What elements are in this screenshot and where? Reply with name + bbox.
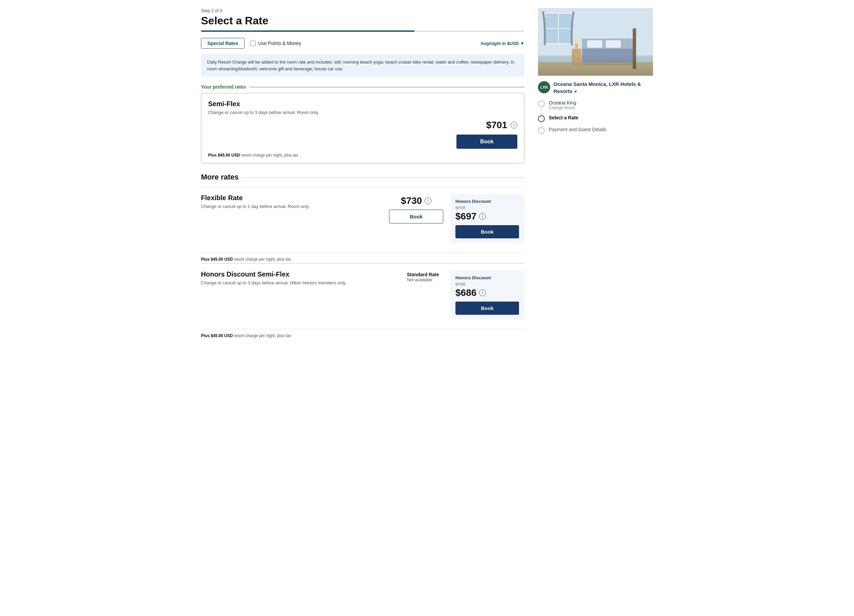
flexible-center-price-row: $730 i <box>401 195 432 206</box>
hotel-name[interactable]: Oceana Santa Monica, LXR Hotels & Resort… <box>554 81 653 95</box>
preferred-rate-price: $701 <box>486 120 507 131</box>
svg-rect-9 <box>605 40 621 48</box>
more-rates-header: More rates <box>201 173 525 181</box>
flexible-rate-right: Honors Discount $730 $697 i Book <box>450 194 525 243</box>
honors-semi-flex-price: $686 <box>455 287 476 298</box>
step-label: Step 2 of 3 <box>201 8 525 13</box>
honors-semi-flex-desc: Change or cancel up to 3 days before arr… <box>201 280 389 285</box>
svg-rect-13 <box>538 62 653 76</box>
toolbar: Special Rates Use Points & Money Avg/nig… <box>201 38 525 49</box>
main-content: Step 2 of 3 Select a Rate Special Rates … <box>201 8 525 339</box>
flexible-honors-info-icon[interactable]: i <box>479 213 486 220</box>
special-rates-button[interactable]: Special Rates <box>201 38 245 49</box>
preferred-rate-card: Semi-Flex Change or cancel up to 3 days … <box>201 93 525 163</box>
avg-night-display: Avg/night in $USD ▼ <box>481 41 525 46</box>
step-payment: Payment and Guest Details <box>538 127 653 134</box>
flexible-rate-row: Flexible Rate Change or cancel up to 1 d… <box>201 187 525 248</box>
flexible-rate-name: Flexible Rate <box>201 194 375 202</box>
flexible-info-icon[interactable]: i <box>425 198 432 204</box>
flexible-resort-charge: Plus $45.00 USD resort charge per night,… <box>201 252 525 263</box>
page-title: Select a Rate <box>201 15 525 27</box>
step-circle-3 <box>538 127 545 134</box>
progress-bar-fill <box>201 30 415 32</box>
preferred-rate-desc: Change or cancel up to 3 days before arr… <box>208 110 517 115</box>
use-points-checkbox[interactable] <box>250 41 255 46</box>
use-points-toggle[interactable]: Use Points & Money <box>250 41 301 46</box>
step-sublabel-1: Change Room <box>549 105 576 110</box>
currency-selector[interactable]: $USD ▼ <box>507 41 525 46</box>
step-circle-2 <box>538 115 545 122</box>
honors-semi-flex-honors-label: Honors Discount <box>455 275 519 280</box>
preferred-rate-name: Semi-Flex <box>208 100 517 108</box>
step-label-1[interactable]: Oceana King <box>549 100 576 105</box>
honors-semi-flex-left: Honors Discount Semi-Flex Change or canc… <box>201 271 396 319</box>
flexible-honors-book-button[interactable]: Book <box>455 225 519 238</box>
steps-list: Oceana King Change Room Select a Rate Pa… <box>538 100 653 134</box>
flexible-discount-price: $697 <box>455 211 476 222</box>
honors-semi-flex-row-wrapper: Honors Discount Semi-Flex Change or canc… <box>201 263 525 339</box>
not-available-label: Not available <box>407 277 439 282</box>
step-label-3: Payment and Guest Details <box>549 127 606 132</box>
honors-semi-flex-info-icon[interactable]: i <box>479 289 486 296</box>
flexible-honors-label: Honors Discount <box>455 199 519 204</box>
flexible-discount-price-row: $697 i <box>455 211 519 222</box>
honors-semi-flex-resort-charge: Plus $45.00 USD resort charge per night,… <box>201 329 525 339</box>
flexible-rate-desc: Change or cancel up to 1 day before arri… <box>201 204 375 209</box>
svg-rect-14 <box>633 28 636 69</box>
preferred-resort-charge: Plus $45.00 USD resort charge per night,… <box>208 153 517 158</box>
honors-semi-flex-strikethrough: $730 <box>455 281 519 287</box>
flexible-rate-row-wrapper: Flexible Rate Change or cancel up to 1 d… <box>201 187 525 263</box>
flexible-book-outline-button[interactable]: Book <box>389 210 443 224</box>
more-rates-label: More rates <box>201 173 525 181</box>
hotel-image-placeholder <box>538 8 653 76</box>
honors-semi-flex-price-row: $686 i <box>455 287 519 298</box>
sidebar: LXR Oceana Santa Monica, LXR Hotels & Re… <box>538 8 653 339</box>
honors-semi-flex-right: Honors Discount $730 $686 i Book <box>450 271 525 319</box>
honors-semi-flex-row: Honors Discount Semi-Flex Change or canc… <box>201 263 525 325</box>
flexible-center-price: $730 <box>401 195 422 206</box>
svg-rect-10 <box>572 49 581 65</box>
honors-semi-flex-center: Standard Rate Not available <box>396 271 450 319</box>
use-points-label: Use Points & Money <box>258 41 301 46</box>
flexible-rate-left: Flexible Rate Change or cancel up to 1 d… <box>201 194 382 243</box>
progress-bar <box>201 30 525 32</box>
standard-rate-label: Standard Rate <box>407 272 439 277</box>
step-label-2: Select a Rate <box>549 115 578 120</box>
step-select-rate: Select a Rate <box>538 115 653 122</box>
preferred-price-row: $701 i <box>208 120 517 131</box>
svg-rect-11 <box>575 44 578 50</box>
preferred-section-label: Your preferred rates <box>201 84 525 90</box>
honors-semi-flex-name: Honors Discount Semi-Flex <box>201 271 389 278</box>
hotel-avatar: LXR <box>538 81 550 93</box>
step-circle-1 <box>538 100 545 107</box>
hotel-name-row: LXR Oceana Santa Monica, LXR Hotels & Re… <box>538 81 653 95</box>
hotel-image <box>538 8 653 76</box>
flexible-rate-center: $730 i Book <box>382 194 450 243</box>
honors-semi-flex-book-button[interactable]: Book <box>455 301 519 315</box>
hotel-dropdown-arrow: ▼ <box>574 90 578 94</box>
flexible-strikethrough: $730 <box>455 205 519 210</box>
step-oceana-king: Oceana King Change Room <box>538 100 653 110</box>
svg-rect-8 <box>587 40 602 48</box>
notice-box: Daily Resort Charge will be added to the… <box>201 54 525 77</box>
preferred-info-icon[interactable]: i <box>511 122 517 128</box>
preferred-book-button[interactable]: Book <box>456 135 517 149</box>
